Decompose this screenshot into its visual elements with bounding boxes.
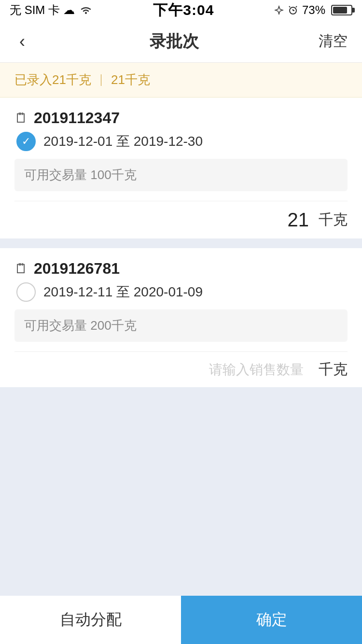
batch-item-1: 🗒 2019112347 ✓ 2019-12-01 至 2019-12-30 可…: [0, 98, 362, 238]
svg-line-5: [296, 6, 297, 7]
availability-text-2: 可用交易量 200千克: [24, 318, 137, 333]
info-divider: [101, 74, 101, 86]
nav-bar: ‹ 录批次 清空: [0, 20, 362, 63]
batch-header-1: 🗒 2019112347: [14, 109, 348, 127]
radio-button-2[interactable]: [16, 282, 36, 302]
location-icon: [274, 5, 284, 15]
availability-text-1: 可用交易量 100千克: [24, 168, 137, 182]
page-title: 录批次: [150, 30, 199, 53]
batch-date-row-1[interactable]: ✓ 2019-12-01 至 2019-12-30: [14, 132, 348, 151]
batch-date-2: 2019-12-11 至 2020-01-09: [43, 283, 203, 301]
battery-percent: 73%: [302, 3, 325, 17]
batch-date-1: 2019-12-01 至 2019-12-30: [43, 132, 203, 151]
info-banner: 已录入21千克 21千克: [0, 63, 362, 98]
back-button[interactable]: ‹: [14, 27, 30, 56]
batch-icon-2: 🗒: [14, 261, 28, 277]
svg-point-0: [85, 12, 87, 14]
alarm-icon: [288, 5, 298, 15]
bottom-buttons: 自动分配 确定: [0, 596, 362, 644]
batch-id-2: 2019126781: [34, 260, 120, 278]
svg-line-4: [289, 6, 290, 7]
batch-item-2: 🗒 2019126781 2019-12-11 至 2020-01-09 可用交…: [0, 248, 362, 387]
availability-box-1: 可用交易量 100千克: [14, 159, 348, 191]
recorded-amount-label: 已录入21千克: [14, 71, 91, 88]
quantity-input-row-2[interactable]: 千克: [14, 351, 348, 387]
batch-icon-1: 🗒: [14, 110, 28, 126]
batch-header-2: 🗒 2019126781: [14, 260, 348, 278]
quantity-value-1: 21: [288, 209, 309, 231]
section-divider-2: [0, 387, 362, 619]
quantity-input-2[interactable]: [14, 362, 311, 378]
status-bar: 无 SIM 卡 ☁ 下午3:04 73%: [0, 0, 362, 20]
auto-distribute-button[interactable]: 自动分配: [0, 596, 181, 644]
status-time: 下午3:04: [153, 0, 214, 20]
quantity-row-1: 21 千克: [14, 201, 348, 238]
section-divider-1: [0, 238, 362, 248]
battery-icon: [331, 5, 352, 15]
radio-button-1[interactable]: ✓: [16, 132, 36, 151]
batch-id-1: 2019112347: [34, 109, 120, 127]
no-sim-text: 无 SIM 卡 ☁: [10, 2, 75, 18]
confirm-button[interactable]: 确定: [181, 596, 362, 644]
wifi-icon: [79, 5, 93, 15]
quantity-unit-1: 千克: [319, 210, 348, 230]
quantity-unit-2: 千克: [319, 360, 348, 379]
status-right: 73%: [274, 3, 352, 17]
check-icon-1: ✓: [22, 135, 30, 148]
recorded-amount-value: 21千克: [111, 71, 150, 88]
status-left: 无 SIM 卡 ☁: [10, 2, 93, 18]
batch-date-row-2[interactable]: 2019-12-11 至 2020-01-09: [14, 282, 348, 302]
clear-button[interactable]: 清空: [319, 31, 348, 51]
availability-box-2: 可用交易量 200千克: [14, 309, 348, 342]
